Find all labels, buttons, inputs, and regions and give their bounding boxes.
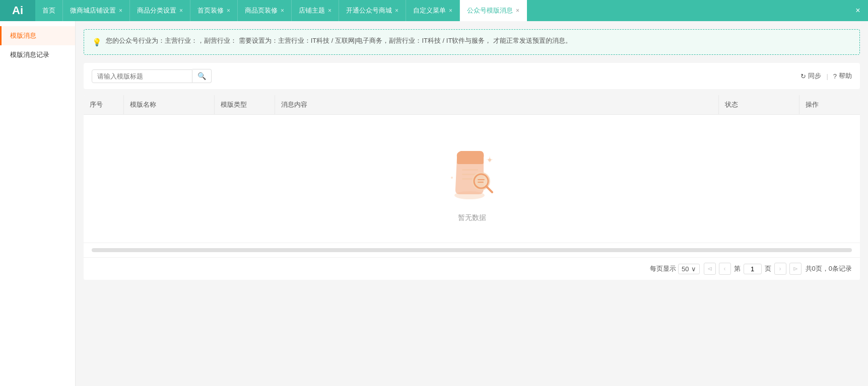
page-last-button[interactable]: ⊳ — [789, 263, 802, 275]
nav-tab-open-mall[interactable]: 开通公众号商城 × — [339, 0, 406, 21]
nav-tab-template-msg-label: 公众号模版消息 — [467, 6, 513, 15]
notice-highlight: 需要设置为：主营行业：IT科技 / 互联网|电子商务，副营行业：IT科技 / I… — [239, 37, 492, 44]
page-size-label: 每页显示 — [650, 264, 676, 273]
sidebar-item-template-record-label: 模版消息记录 — [10, 51, 49, 58]
th-seq: 序号 — [84, 95, 124, 114]
nav-tab-home-decor[interactable]: 首页装修 × — [190, 0, 238, 21]
page-size-select: 每页显示 50 ∨ — [650, 264, 699, 274]
top-nav: Ai 首页 微商城店铺设置 × 商品分类设置 × 首页装修 × 商品页装修 × … — [0, 0, 868, 21]
divider: | — [826, 72, 828, 80]
empty-state-icon — [442, 145, 502, 205]
nav-tab-home-decor-close[interactable]: × — [227, 7, 230, 14]
empty-state-text: 暂无数据 — [458, 213, 486, 222]
search-right: ↻ 同步 | ? 帮助 — [800, 71, 852, 81]
empty-state: 暂无数据 — [84, 115, 860, 243]
sync-button[interactable]: ↻ 同步 — [800, 71, 821, 81]
th-status: 状态 — [719, 95, 799, 114]
table-header: 序号 模版名称 模版类型 消息内容 状态 操作 — [84, 95, 860, 115]
page-size-value: 50 — [682, 265, 689, 273]
nav-tab-product-decor-label: 商品页装修 — [245, 6, 278, 15]
close-all-button[interactable]: × — [848, 0, 868, 21]
nav-tab-product-cat-close[interactable]: × — [179, 7, 183, 14]
search-left: 🔍 — [92, 69, 212, 83]
notice-box: 💡 您的公众号行业为：主营行业：，副营行业： 需要设置为：主营行业：IT科技 /… — [84, 29, 860, 55]
nav-tab-product-decor-close[interactable]: × — [281, 7, 284, 14]
th-type: 模版类型 — [215, 95, 275, 114]
nav-tabs: 首页 微商城店铺设置 × 商品分类设置 × 首页装修 × 商品页装修 × 店铺主… — [35, 0, 848, 21]
svg-line-6 — [486, 186, 492, 192]
app-logo: Ai — [0, 0, 35, 21]
main-layout: 模版消息 模版消息记录 💡 您的公众号行业为：主营行业：，副营行业： 需要设置为… — [0, 21, 868, 386]
chevron-down-icon: ∨ — [691, 265, 696, 273]
horizontal-scrollbar[interactable] — [92, 248, 852, 252]
help-icon: ? — [833, 72, 837, 80]
sidebar-item-template-msg[interactable]: 模版消息 — [0, 26, 75, 45]
nav-tab-store-theme[interactable]: 店铺主题 × — [292, 0, 339, 21]
page-label-post: 页 — [765, 264, 771, 273]
nav-tab-wshop-label: 微商城店铺设置 — [70, 6, 116, 15]
page-prev-button[interactable]: ‹ — [719, 263, 731, 275]
notice-icon: 💡 — [92, 36, 102, 48]
search-button[interactable]: 🔍 — [192, 69, 212, 83]
svg-point-10 — [451, 177, 453, 179]
th-content: 消息内容 — [275, 95, 719, 114]
page-first-button[interactable]: ⊲ — [704, 263, 716, 275]
nav-tab-wshop-setting[interactable]: 微商城店铺设置 × — [63, 0, 130, 21]
nav-tab-template-msg-close[interactable]: × — [516, 7, 519, 14]
nav-tab-store-theme-label: 店铺主题 — [299, 6, 325, 15]
nav-tab-custom-menu-close[interactable]: × — [449, 7, 452, 14]
th-name: 模版名称 — [124, 95, 215, 114]
svg-rect-2 — [462, 174, 476, 175]
notice-text: 您的公众号行业为：主营行业：，副营行业： 需要设置为：主营行业：IT科技 / 互… — [106, 36, 572, 46]
nav-tab-open-mall-close[interactable]: × — [395, 7, 398, 14]
nav-tab-custom-menu-label: 自定义菜单 — [413, 6, 446, 15]
total-text: 共0页，0条记录 — [806, 264, 852, 273]
nav-tab-wshop-close[interactable]: × — [119, 7, 122, 14]
sidebar-item-template-record[interactable]: 模版消息记录 — [0, 45, 75, 64]
nav-tab-home[interactable]: 首页 — [35, 0, 63, 21]
search-bar: 🔍 ↻ 同步 | ? 帮助 — [84, 63, 860, 89]
nav-tab-product-decor[interactable]: 商品页装修 × — [238, 0, 292, 21]
svg-rect-1 — [462, 169, 478, 171]
page-number-input[interactable] — [744, 264, 762, 274]
nav-tab-open-mall-label: 开通公众号商城 — [346, 6, 392, 15]
nav-tab-custom-menu[interactable]: 自定义菜单 × — [406, 0, 460, 21]
nav-tab-product-category[interactable]: 商品分类设置 × — [130, 0, 190, 21]
page-label-pre: 第 — [734, 264, 741, 273]
sync-icon: ↻ — [800, 72, 806, 80]
th-action: 操作 — [799, 95, 860, 114]
page-next-button[interactable]: › — [774, 263, 786, 275]
help-button[interactable]: ? 帮助 — [833, 71, 852, 81]
nav-tab-home-decor-label: 首页装修 — [197, 6, 224, 15]
nav-tab-store-theme-close[interactable]: × — [328, 7, 331, 14]
page-size-dropdown[interactable]: 50 ∨ — [678, 264, 699, 274]
nav-tab-product-cat-label: 商品分类设置 — [137, 6, 176, 15]
content-area: 💡 您的公众号行业为：主营行业：，副营行业： 需要设置为：主营行业：IT科技 /… — [76, 21, 868, 386]
sidebar-item-template-msg-label: 模版消息 — [10, 32, 36, 39]
table-container: 序号 模版名称 模版类型 消息内容 状态 操作 — [84, 95, 860, 280]
nav-tab-home-label: 首页 — [42, 6, 55, 15]
search-input[interactable] — [92, 69, 192, 83]
pagination: 每页显示 50 ∨ ⊲ ‹ 第 页 › ⊳ 共0页，0条记录 — [84, 257, 860, 280]
search-icon: 🔍 — [197, 72, 206, 80]
sidebar: 模版消息 模版消息记录 — [0, 21, 76, 386]
nav-tab-template-msg[interactable]: 公众号模版消息 × — [460, 0, 527, 21]
scrollbar-area[interactable] — [84, 243, 860, 257]
page-controls: ⊲ ‹ 第 页 › ⊳ — [704, 263, 802, 275]
